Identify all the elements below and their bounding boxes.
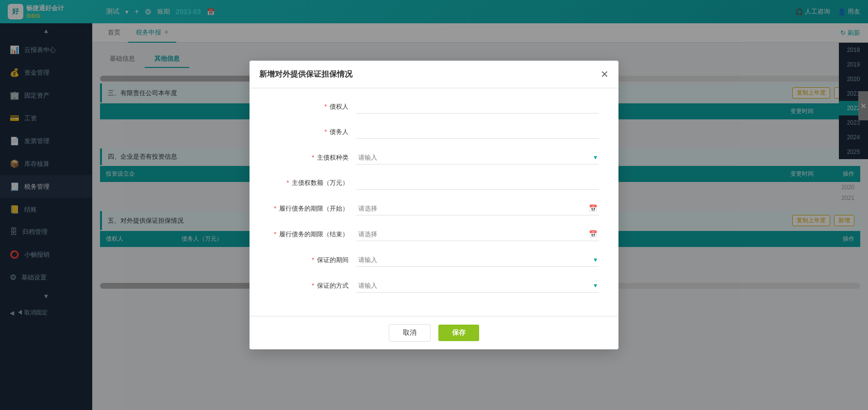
form-row-guarantee-method: * 保证的方式 ▾: [269, 279, 599, 293]
modal-dialog: 新增对外提供保证担保情况 ✕ * 债权人 * 债务人: [250, 61, 618, 349]
guarantee-method-select-wrapper[interactable]: ▾: [356, 279, 599, 293]
modal-overlay: 新增对外提供保证担保情况 ✕ * 债权人 * 债务人: [0, 0, 868, 410]
modal-footer: 取消 保存: [250, 316, 618, 349]
obligation-end-date-wrapper[interactable]: 📅: [356, 227, 599, 241]
creditor-label: * 债权人: [269, 102, 356, 111]
guarantee-method-input[interactable]: [358, 282, 594, 289]
required-star: *: [312, 154, 314, 161]
modal-close-button[interactable]: ✕: [601, 68, 609, 80]
modal-title: 新增对外提供保证担保情况: [259, 69, 352, 80]
claim-amount-label: * 主债权数额（万元）: [269, 179, 356, 187]
required-star: *: [312, 256, 314, 263]
claim-type-select-wrapper[interactable]: ▾: [356, 150, 599, 164]
chevron-down-icon: ▾: [594, 256, 597, 263]
calendar-icon: 📅: [589, 230, 597, 238]
guarantee-period-label: * 保证的期间: [269, 256, 356, 264]
required-star: *: [274, 230, 276, 238]
claim-type-label: * 主债权种类: [269, 153, 356, 162]
form-row-obligation-end: * 履行债务的期限（结束） 📅: [269, 227, 599, 241]
required-star: *: [324, 128, 327, 135]
required-star: *: [286, 179, 289, 186]
debtor-input[interactable]: [356, 125, 599, 139]
obligation-start-label: * 履行债务的期限（开始）: [269, 204, 356, 213]
required-star: *: [274, 205, 276, 212]
modal-header: 新增对外提供保证担保情况 ✕: [250, 61, 618, 88]
form-row-claim-amount: * 主债权数额（万元）: [269, 176, 599, 190]
form-row-creditor: * 债权人: [269, 100, 599, 114]
chevron-down-icon: ▾: [594, 153, 597, 161]
calendar-icon: 📅: [589, 204, 597, 212]
chevron-down-icon: ▾: [594, 281, 597, 289]
claim-amount-input[interactable]: [356, 176, 599, 190]
claim-type-input[interactable]: [358, 154, 594, 161]
guarantee-method-label: * 保证的方式: [269, 281, 356, 290]
form-row-debtor: * 债务人: [269, 125, 599, 139]
obligation-end-input[interactable]: [358, 230, 589, 238]
modal-body: * 债权人 * 债务人 * 主债权种类: [250, 88, 618, 316]
form-row-obligation-start: * 履行债务的期限（开始） 📅: [269, 201, 599, 215]
guarantee-period-select-wrapper[interactable]: ▾: [356, 253, 599, 267]
required-star: *: [324, 103, 327, 110]
form-row-claim-type: * 主债权种类 ▾: [269, 150, 599, 164]
cancel-button[interactable]: 取消: [389, 324, 431, 342]
guarantee-period-input[interactable]: [358, 256, 594, 263]
required-star: *: [312, 282, 314, 289]
obligation-start-date-wrapper[interactable]: 📅: [356, 201, 599, 215]
creditor-input[interactable]: [356, 100, 599, 114]
obligation-end-label: * 履行债务的期限（结束）: [269, 230, 356, 239]
form-row-guarantee-period: * 保证的期间 ▾: [269, 253, 599, 267]
debtor-label: * 债务人: [269, 128, 356, 136]
obligation-start-input[interactable]: [358, 205, 589, 212]
save-button[interactable]: 保存: [438, 325, 479, 341]
